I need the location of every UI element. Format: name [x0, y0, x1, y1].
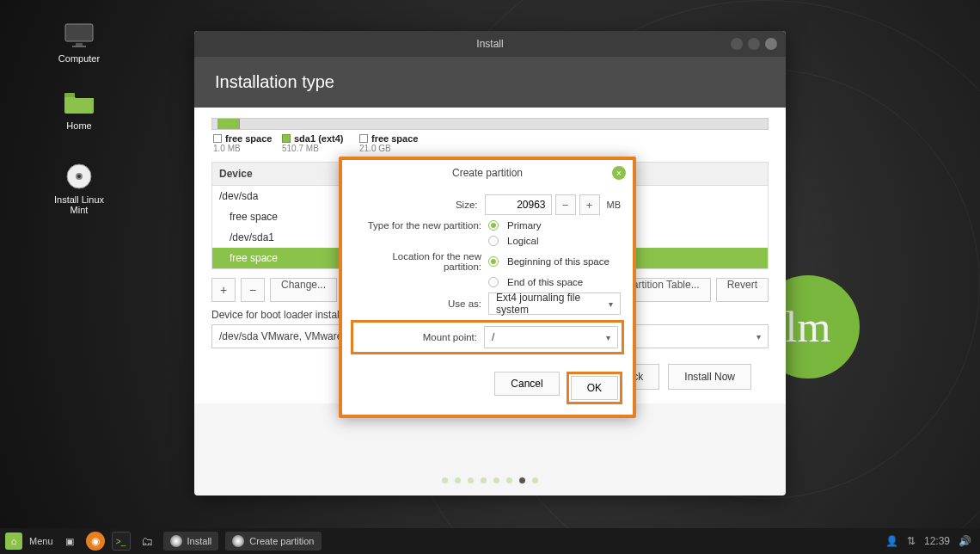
window-minimize-button[interactable]: [731, 38, 743, 50]
taskbar: ⌂ Menu ▣ ◉ >_ 🗂 Install Create partition…: [0, 528, 980, 554]
window-maximize-button[interactable]: [748, 38, 760, 50]
taskbar-task-install[interactable]: Install: [163, 532, 219, 551]
partition-type-label: Type for the new partition:: [354, 220, 488, 231]
dialog-ok-button[interactable]: OK: [571, 376, 618, 400]
window-titlebar[interactable]: Install: [194, 31, 786, 57]
taskbar-task-create-partition[interactable]: Create partition: [225, 532, 321, 551]
desktop-icon-label: Computer: [45, 53, 113, 64]
create-partition-dialog: Create partition × Size: − + MB Type for…: [339, 157, 636, 418]
use-as-select[interactable]: Ext4 journaling file system: [488, 292, 621, 315]
svg-rect-2: [72, 46, 86, 47]
change-partition-button[interactable]: Change...: [270, 278, 337, 302]
show-desktop-button[interactable]: ▣: [60, 532, 79, 551]
partition-legend: free space 1.0 MB sda1 (ext4) 510.7 MB f…: [211, 133, 769, 153]
chevron-down-icon: [756, 330, 761, 342]
mount-point-select[interactable]: /: [484, 326, 618, 348]
chevron-down-icon: [606, 331, 610, 343]
svg-rect-0: [65, 24, 93, 41]
size-label: Size:: [354, 200, 485, 210]
size-input[interactable]: [485, 194, 552, 215]
window-close-button[interactable]: [765, 38, 777, 50]
remove-partition-button[interactable]: −: [241, 278, 265, 302]
radio-primary[interactable]: [488, 220, 499, 231]
install-now-button[interactable]: Install Now: [668, 364, 751, 390]
menu-label[interactable]: Menu: [29, 536, 53, 546]
monitor-icon: [45, 22, 113, 48]
user-icon[interactable]: 👤: [885, 535, 898, 547]
disc-icon: [170, 535, 182, 547]
desktop-icon-label: Install Linux Mint: [45, 194, 113, 215]
use-as-label: Use as:: [354, 299, 488, 309]
size-decrement-button[interactable]: −: [555, 194, 576, 215]
radio-end[interactable]: [488, 277, 499, 287]
volume-icon[interactable]: 🔊: [959, 535, 971, 547]
dialog-cancel-button[interactable]: Cancel: [494, 372, 559, 396]
desktop-icon-home[interactable]: Home: [45, 89, 113, 131]
chevron-down-icon: [609, 298, 613, 310]
clock[interactable]: 12:39: [924, 535, 950, 547]
mount-point-label: Mount point:: [357, 332, 484, 342]
radio-logical[interactable]: [488, 236, 499, 246]
disc-icon: [232, 535, 244, 547]
disc-icon: [45, 163, 113, 189]
window-title: Install: [476, 38, 503, 50]
dialog-close-button[interactable]: ×: [612, 166, 626, 180]
size-unit: MB: [607, 200, 622, 210]
desktop-icon-label: Home: [45, 120, 113, 131]
folder-icon: [45, 89, 113, 115]
partition-bar: [211, 118, 769, 130]
location-label: Location for the new partition:: [354, 251, 488, 272]
page-heading: Installation type: [194, 57, 786, 108]
desktop-icon-install[interactable]: Install Linux Mint: [45, 163, 113, 215]
size-increment-button[interactable]: +: [579, 194, 600, 215]
svg-point-7: [77, 175, 81, 178]
svg-rect-3: [64, 93, 75, 97]
firefox-launcher[interactable]: ◉: [86, 532, 105, 551]
terminal-launcher[interactable]: >_: [112, 532, 131, 551]
progress-dots: [442, 477, 538, 483]
add-partition-button[interactable]: +: [211, 278, 236, 302]
network-icon[interactable]: ⇅: [907, 535, 916, 547]
files-launcher[interactable]: 🗂: [138, 532, 156, 551]
desktop-icon-computer[interactable]: Computer: [45, 22, 113, 64]
dialog-title: Create partition: [452, 167, 523, 179]
revert-button[interactable]: Revert: [716, 278, 769, 302]
radio-beginning[interactable]: [488, 256, 499, 267]
menu-button[interactable]: ⌂: [5, 532, 22, 550]
svg-rect-1: [76, 43, 83, 46]
